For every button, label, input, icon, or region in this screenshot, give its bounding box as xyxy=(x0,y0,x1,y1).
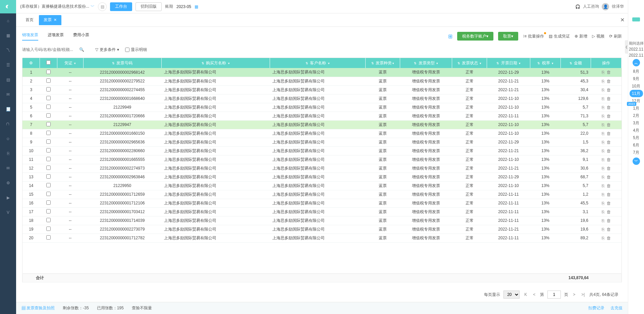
table-row[interactable]: 4--22312000000001668640上海思多励国际贸易有限公司上海思多… xyxy=(22,94,622,103)
rail-month[interactable]: 7月 xyxy=(630,149,643,156)
row-checkbox[interactable] xyxy=(46,87,51,91)
rail-collapse-handle[interactable]: ❮ xyxy=(625,40,628,54)
nav-home-icon[interactable]: ⌂ xyxy=(0,13,16,28)
deduct-record-link[interactable]: 扣费记录 xyxy=(588,305,604,311)
col-gear[interactable]: ⚙ xyxy=(22,58,40,68)
delete-icon[interactable]: 🗑 xyxy=(606,140,611,145)
delete-icon[interactable]: 🗑 xyxy=(606,166,611,171)
audit-link[interactable]: ▦ 发票查验及拍照 xyxy=(21,305,55,311)
nav-item-icon[interactable]: ⛫ xyxy=(0,117,16,131)
edit-icon[interactable]: ⎘ xyxy=(602,192,604,197)
row-checkbox[interactable] xyxy=(46,183,51,187)
row-checkbox[interactable] xyxy=(46,139,51,144)
more-filter-link[interactable]: ▽ 更多条件 ▾ xyxy=(95,47,119,53)
table-row[interactable]: 9--22312000000002965636上海思多励国际贸易有限公司上海思多… xyxy=(22,138,622,146)
get-invoice-button[interactable]: 取票 ▾ xyxy=(498,32,518,41)
next-page-button[interactable]: > xyxy=(572,292,577,297)
nav-item-icon[interactable]: ▶ xyxy=(0,190,16,205)
rail-month[interactable]: 5月 xyxy=(630,134,643,141)
row-checkbox[interactable] xyxy=(46,209,51,213)
col-voucher[interactable]: 凭证 ▾ xyxy=(57,58,84,68)
delete-icon[interactable]: 🗑 xyxy=(606,209,611,214)
row-checkbox[interactable] xyxy=(46,192,51,196)
nav-item-icon[interactable]: ⎘ xyxy=(0,146,16,161)
table-row[interactable]: 5--21229949上海思多励国际贸易有限公司上海思多励国际贸易有限公司蓝票增… xyxy=(22,103,622,112)
edit-icon[interactable]: ⎘ xyxy=(602,140,604,145)
subnav-expense[interactable]: 费用小票 xyxy=(73,32,89,41)
period-value[interactable]: 2023-05 xyxy=(176,4,191,9)
edit-icon[interactable]: ⎘ xyxy=(602,183,604,188)
row-checkbox[interactable] xyxy=(46,174,51,179)
nav-item-icon[interactable]: ☰ xyxy=(0,58,16,72)
edit-icon[interactable]: ⎘ xyxy=(602,96,604,101)
nav-settings-icon[interactable]: ⚙ xyxy=(0,176,16,190)
nav-item-icon[interactable]: ▦ xyxy=(0,28,16,43)
edit-icon[interactable]: ⎘ xyxy=(602,209,604,214)
edit-icon[interactable]: ⎘ xyxy=(602,175,604,180)
table-row[interactable]: 19--22312000000002273079上海思多励国际贸易有限公司上海思… xyxy=(22,225,622,234)
edit-icon[interactable]: ⎘ xyxy=(602,148,604,153)
col-inv-no[interactable]: ⇅ 发票号码 xyxy=(83,58,161,68)
edit-icon[interactable]: ⎘ xyxy=(602,201,604,206)
last-page-button[interactable]: >| xyxy=(580,292,586,297)
first-page-button[interactable]: K xyxy=(523,292,528,297)
table-row[interactable]: 7--21229947上海思多励国际贸易有限公司上海思多励国际贸易有限公司蓝票增… xyxy=(22,120,622,129)
workbench-button[interactable]: 工作台 xyxy=(110,2,132,11)
rail-up-button[interactable]: ︽ xyxy=(633,59,640,66)
row-checkbox[interactable] xyxy=(46,227,51,231)
rail-month[interactable]: 2月 xyxy=(630,112,643,119)
delete-icon[interactable]: 🗑 xyxy=(606,70,611,75)
doc-icon-button[interactable]: ▤ xyxy=(98,2,107,11)
headset-icon[interactable]: 🎧 xyxy=(575,4,580,9)
rail-year[interactable]: 2022.11 xyxy=(629,47,643,52)
delete-icon[interactable]: 🗑 xyxy=(606,114,611,119)
delete-icon[interactable]: 🗑 xyxy=(606,79,611,84)
delete-icon[interactable]: 🗑 xyxy=(606,192,611,197)
table-row[interactable]: 6--22312000000001720666上海思多励国际贸易有限公司上海思多… xyxy=(22,112,622,120)
nav-item-icon[interactable]: ▤ xyxy=(0,72,16,87)
calendar-icon[interactable]: ▦ xyxy=(195,4,198,9)
nav-item-icon[interactable]: ☺ xyxy=(0,131,16,146)
edit-icon[interactable]: ⎘ xyxy=(602,114,604,119)
avatar-icon[interactable]: 👤 xyxy=(602,3,609,10)
nav-item-icon[interactable]: 〽 xyxy=(0,43,16,58)
add-link[interactable]: ⊕ 新增 xyxy=(575,34,587,39)
close-icon[interactable]: ✕ xyxy=(54,18,57,22)
show-detail-checkbox[interactable]: 显示明细 xyxy=(125,47,147,53)
refresh-link[interactable]: ⟳ 刷新 xyxy=(609,34,622,39)
batch-op-link[interactable]: ⁝≡ 批量操作 xyxy=(523,34,544,39)
table-row[interactable]: 15--22312000000001712659上海思多励国际贸易有限公司上海思… xyxy=(22,190,622,199)
search-icon[interactable]: 🔍 xyxy=(79,47,84,52)
table-row[interactable]: 2--22312000000002279522上海思多励国际贸易有限公司上海思多… xyxy=(22,77,622,85)
table-row[interactable]: 16--22312000000001712106上海思多励国际贸易有限公司上海思… xyxy=(22,199,622,207)
edit-icon[interactable]: ⎘ xyxy=(602,79,604,84)
table-row[interactable]: 20--22312000000001712782上海思多励国际贸易有限公司上海思… xyxy=(22,234,622,242)
delete-icon[interactable]: 🗑 xyxy=(606,122,611,127)
table-row[interactable]: 13--22312000000002963846上海思多励国际贸易有限公司上海思… xyxy=(22,173,622,181)
tab-home[interactable]: 首页 xyxy=(21,15,38,25)
col-amount[interactable]: ⇅ 金额 xyxy=(560,58,591,68)
col-rate[interactable]: ⇅ 税率 ▾ xyxy=(530,58,561,68)
row-checkbox[interactable] xyxy=(46,105,51,109)
rail-month[interactable]: 11月 xyxy=(630,90,643,97)
page-input[interactable] xyxy=(547,291,561,299)
edit-icon[interactable]: ⎘ xyxy=(602,157,604,162)
edit-icon[interactable]: ⎘ xyxy=(602,87,604,92)
delete-icon[interactable]: 🗑 xyxy=(606,131,611,136)
rail-month[interactable]: 8月 xyxy=(630,68,643,75)
prev-page-button[interactable]: < xyxy=(532,292,537,297)
user-name[interactable]: 徐泽华 xyxy=(612,4,624,9)
table-row[interactable]: 1--22312000000002968142上海思多励国际贸易有限公司上海思多… xyxy=(22,68,622,77)
row-checkbox[interactable] xyxy=(46,157,51,161)
table-row[interactable]: 10--22312000000002280660上海思多励国际贸易有限公司上海思… xyxy=(22,146,622,155)
show-detail-input[interactable] xyxy=(125,48,129,52)
rail-month[interactable]: 9月 xyxy=(630,75,643,82)
row-checkbox[interactable] xyxy=(46,218,51,222)
col-state[interactable]: ⇅ 发票状态 ▾ xyxy=(452,58,487,68)
col-kind[interactable]: ⇅ 发票种类▾ xyxy=(365,58,400,68)
edit-icon[interactable]: ⎘ xyxy=(602,166,604,171)
row-checkbox[interactable] xyxy=(46,235,51,240)
delete-icon[interactable]: 🗑 xyxy=(606,218,611,223)
rail-month[interactable]: 4月 xyxy=(630,127,643,134)
rail-month[interactable]: 10月 xyxy=(630,82,643,90)
